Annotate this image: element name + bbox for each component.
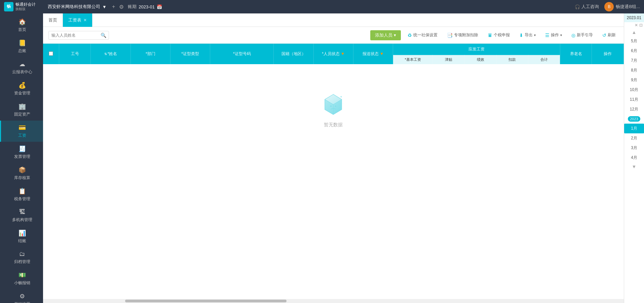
settings-icon-button[interactable]: ⚙ bbox=[119, 4, 124, 10]
search-input[interactable] bbox=[51, 33, 99, 38]
month-scroll-down[interactable]: ▼ bbox=[624, 163, 644, 171]
sidebar-item-expense[interactable]: 💵 小畅报销 bbox=[0, 268, 43, 289]
month-item-10[interactable]: 10月 bbox=[624, 85, 644, 95]
calendar-icon[interactable]: 📅 bbox=[157, 4, 162, 9]
search-icon: 🔍 bbox=[101, 33, 106, 38]
sidebar-item-inventory[interactable]: 📦 库存核算 bbox=[0, 163, 43, 184]
status-filter-icon[interactable]: ▼ bbox=[341, 51, 345, 56]
month-item-5[interactable]: 5月 bbox=[624, 36, 644, 46]
multi-org-icon: 🏗 bbox=[19, 209, 25, 216]
toolbar-right: 添加人员 ▾ ♻ 统一社保设置 📑 专项附加扣除 🖩 个税申报 ⬇ bbox=[370, 30, 618, 40]
col-id-num-header: *证型号码 bbox=[210, 44, 274, 64]
sidebar-label-home: 首页 bbox=[18, 27, 26, 33]
cloud-icon: ☁ bbox=[19, 60, 25, 68]
col-checkbox-header[interactable] bbox=[43, 44, 59, 64]
sort-icon: ⇅ bbox=[104, 52, 107, 56]
sidebar: 🏠 首页 📒 总账 ☁ 云报表中心 💰 资金管理 🏢 固定资产 💳 工资 🧾 发… bbox=[0, 13, 43, 303]
month-item-9[interactable]: 9月 bbox=[624, 75, 644, 85]
month-item-1[interactable]: 1月 bbox=[624, 124, 644, 133]
inventory-icon: 📦 bbox=[18, 166, 26, 174]
empty-text: 暂无数据 bbox=[324, 122, 343, 128]
personal-tax-button[interactable]: 🖩 个税申报 bbox=[485, 31, 513, 40]
sidebar-item-fixed-assets[interactable]: 🏢 固定资产 bbox=[0, 99, 43, 121]
horizontal-scrollbar[interactable] bbox=[43, 299, 624, 303]
col-subsidy-header: 津贴 bbox=[433, 55, 465, 64]
avatar: B bbox=[604, 2, 614, 11]
sidebar-label-cloud-report: 云报表中心 bbox=[12, 69, 32, 75]
headset-icon: 🎧 bbox=[575, 4, 580, 9]
personal-tax-label: 个税申报 bbox=[494, 32, 510, 38]
sidebar-item-settle[interactable]: 📊 结账 bbox=[0, 226, 43, 247]
month-item-3[interactable]: 3月 bbox=[624, 143, 644, 153]
sidebar-item-fund[interactable]: 💰 资金管理 bbox=[0, 78, 43, 99]
sidebar-label-multi-org: 多机构管理 bbox=[12, 217, 32, 223]
col-dept-header: *部门 bbox=[130, 44, 170, 64]
expense-icon: 💵 bbox=[18, 271, 26, 279]
sidebar-label-fund: 资金管理 bbox=[14, 90, 30, 96]
operations-button[interactable]: ☰ 操作 ▾ bbox=[542, 31, 565, 40]
sidebar-item-invoice[interactable]: 🧾 发票管理 bbox=[0, 142, 43, 163]
maximize-window-button[interactable]: ⊡ bbox=[639, 23, 643, 28]
select-all-checkbox[interactable] bbox=[49, 51, 53, 56]
tab-salary-close[interactable]: ✕ bbox=[83, 18, 87, 23]
user-name: 畅捷通B组... bbox=[616, 4, 640, 10]
month-scroll-up[interactable]: ▲ bbox=[624, 28, 644, 36]
svg-text:·: · bbox=[323, 99, 324, 101]
sidebar-item-multi-org[interactable]: 🏗 多机构管理 bbox=[0, 205, 43, 226]
month-item-6[interactable]: 6月 bbox=[624, 46, 644, 56]
empty-state-cell: ✦ · · 暂无数据 bbox=[43, 64, 624, 155]
svg-text:✦: ✦ bbox=[340, 95, 342, 98]
company-dropdown-icon[interactable]: ▼ bbox=[102, 4, 107, 9]
new-guide-button[interactable]: ◎ 新手引导 bbox=[569, 31, 596, 40]
export-button[interactable]: ⬇ 导出 ▾ bbox=[517, 31, 538, 40]
main-layout: 🏠 首页 📒 总账 ☁ 云报表中心 💰 资金管理 🏢 固定资产 💳 工资 🧾 发… bbox=[0, 13, 644, 303]
special-deduction-icon: 📑 bbox=[447, 33, 453, 38]
tab-salary-label: 工资表 bbox=[68, 17, 81, 23]
refresh-button[interactable]: ↺ 刷新 bbox=[600, 31, 618, 40]
special-deduction-button[interactable]: 📑 专项附加扣除 bbox=[444, 31, 481, 40]
user-area[interactable]: B 畅捷通B组... bbox=[604, 2, 640, 11]
sidebar-item-salary[interactable]: 💳 工资 bbox=[0, 121, 43, 142]
add-button[interactable]: + bbox=[112, 4, 115, 10]
export-label: 导出 bbox=[525, 32, 533, 38]
sidebar-item-ledger[interactable]: 📒 总账 bbox=[0, 36, 43, 57]
sidebar-label-settings: 基础设置 bbox=[14, 301, 30, 303]
month-item-11[interactable]: 11月 bbox=[624, 95, 644, 104]
app-subtitle: 旗舰版 bbox=[15, 7, 36, 11]
add-person-label: 添加人员 bbox=[375, 32, 392, 38]
sidebar-item-settings[interactable]: ⚙ 基础设置 bbox=[0, 289, 43, 303]
month-item-12[interactable]: 12月 bbox=[624, 104, 644, 114]
col-id-type-header: *证型类型 bbox=[170, 44, 210, 64]
add-person-button[interactable]: 添加人员 ▾ bbox=[370, 30, 401, 40]
service-button[interactable]: 🎧 人工咨询 bbox=[575, 4, 599, 10]
search-input-wrap[interactable]: 🔍 bbox=[48, 31, 109, 40]
tab-salary[interactable]: 工资表 ✕ bbox=[63, 13, 92, 27]
month-item-2[interactable]: 2月 bbox=[624, 133, 644, 143]
close-window-button[interactable]: ✕ bbox=[635, 23, 638, 28]
scroll-thumb[interactable] bbox=[125, 300, 287, 302]
company-name: 西安虾米网络科技有限公司 bbox=[48, 4, 100, 10]
month-item-8[interactable]: 8月 bbox=[624, 66, 644, 75]
col-country-header: 国籍（地区） bbox=[274, 44, 313, 64]
social-insurance-button[interactable]: ♻ 统一社保设置 bbox=[405, 31, 440, 40]
social-insurance-label: 统一社保设置 bbox=[413, 32, 438, 38]
sidebar-item-home[interactable]: 🏠 首页 bbox=[0, 15, 43, 36]
sidebar-item-cloud-report[interactable]: ☁ 云报表中心 bbox=[0, 57, 43, 78]
report-filter-icon[interactable]: ▼ bbox=[380, 51, 384, 56]
month-item-4[interactable]: 4月 bbox=[624, 153, 644, 163]
social-insurance-icon: ♻ bbox=[408, 33, 412, 38]
sidebar-item-archive[interactable]: 🗂 归档管理 bbox=[0, 247, 43, 268]
add-person-dropdown-icon: ▾ bbox=[394, 33, 396, 38]
col-name-header: ⇅ *姓名 bbox=[91, 44, 130, 64]
app-title: 畅通好会计 bbox=[15, 2, 36, 7]
sidebar-item-tax[interactable]: 📋 税务管理 bbox=[0, 184, 43, 205]
tab-home[interactable]: 首页 bbox=[43, 13, 63, 27]
period-value: 2023-01 bbox=[139, 4, 155, 9]
invoice-icon: 🧾 bbox=[18, 145, 26, 153]
table-container: 工号 ⇅ *姓名 *部门 *证型类型 *证型号码 国籍（地区） *人员状态 bbox=[43, 44, 624, 299]
month-item-7[interactable]: 7月 bbox=[624, 56, 644, 66]
archive-icon: 🗂 bbox=[19, 251, 25, 258]
company-selector[interactable]: 西安虾米网络科技有限公司 ▼ bbox=[48, 4, 107, 10]
toolbar: 🔍 添加人员 ▾ ♻ 统一社保设置 📑 专项附加扣除 🖩 个税申报 bbox=[43, 27, 624, 44]
operations-label: 操作 bbox=[551, 32, 559, 38]
